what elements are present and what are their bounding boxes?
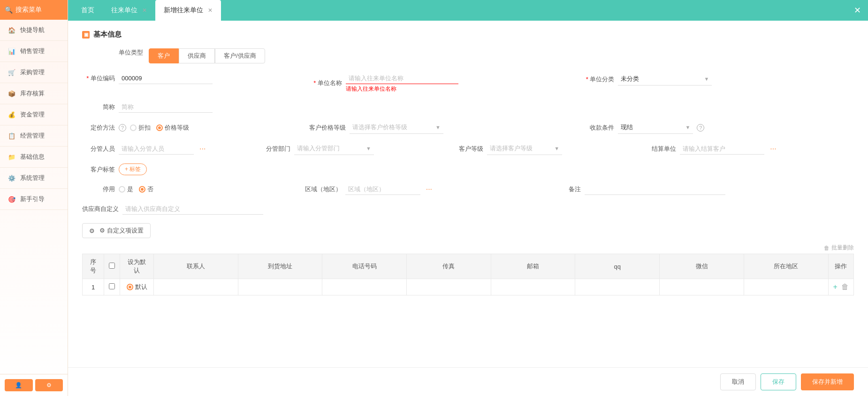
wechat-input[interactable] [664,284,739,291]
tab-new-counterpart[interactable]: 新增往来单位 ✕ [155,0,221,21]
region-more-btn[interactable]: ··· [424,185,434,194]
unit-type-label: 单位类型 [110,48,143,57]
cell-fax[interactable] [407,279,491,295]
location-input[interactable] [749,284,823,291]
batch-delete-area[interactable]: 🗑 批量删除 [82,244,854,252]
col-default: 设为默认 [120,254,154,279]
sidebar-item-newbie[interactable]: 🎯 新手引导 [0,189,68,210]
short-name-label: 简称 [82,103,115,111]
customer-level-select[interactable]: 请选择客户等级 ▼ [487,142,562,155]
tab-home[interactable]: 首页 [73,0,103,21]
radio-discount[interactable]: 折扣 [130,124,151,132]
manager-label: 分管人员 [82,145,115,153]
qq-input[interactable] [580,284,655,291]
search-menu[interactable]: 🔍 搜索菜单 [0,0,68,20]
tab-counterparts-close[interactable]: ✕ [142,7,147,14]
cell-wechat[interactable] [660,279,744,295]
supplier-custom-input[interactable] [122,203,263,215]
unit-cat-chevron: ▼ [704,76,709,82]
cell-email[interactable] [491,279,575,295]
cell-location[interactable] [744,279,828,295]
fax-input[interactable] [411,284,486,291]
custom-settings-button[interactable]: ⚙ ⚙ 自定义项设置 [82,223,151,238]
field-payment-terms: 收款条件 现结 ▼ ? [581,121,854,134]
region-input[interactable] [345,184,420,195]
tab-counterparts[interactable]: 往来单位 ✕ [103,0,155,21]
cancel-button[interactable]: 取消 [720,373,756,390]
phone-input[interactable] [327,284,402,291]
field-customer-level: 客户等级 请选择客户等级 ▼ [450,142,643,155]
unit-code-label: 单位编码 [82,74,115,83]
row-manager: 分管人员 ··· 分管部门 请输入分管部门 ▼ 客户等级 请选择客户等级 ▼ 结… [82,142,854,155]
system-icon: ⚙️ [7,173,16,183]
email-input[interactable] [496,284,571,291]
pricing-radio-group: 折扣 价格等级 [130,124,189,132]
tab-new-counterpart-close[interactable]: ✕ [208,7,213,14]
col-fax: 传真 [407,254,491,279]
row-code-name-cat: 单位编码 单位名称 请输入往来单位名称 单位分类 未分类 ▼ [82,73,854,93]
radio-price-level[interactable]: 价格等级 [156,124,189,132]
department-select[interactable]: 请输入分管部门 ▼ [294,142,374,155]
tag-add-button[interactable]: + 标签 [119,163,147,175]
unit-category-select[interactable]: 未分类 ▼ [618,73,712,85]
manager-more-btn[interactable]: ··· [198,145,207,153]
add-row-btn[interactable]: + [833,283,838,291]
action-cell: + 🗑 [833,283,849,291]
short-name-input[interactable] [119,101,213,113]
settlement-label: 结算单位 [643,145,676,153]
main-area: 首页 往来单位 ✕ 新增往来单位 ✕ ✕ ▣ 基本信息 单位类型 客户 供应商 … [68,0,868,396]
unit-type-supplier[interactable]: 供应商 [179,48,215,63]
save-button[interactable]: 保存 [761,373,796,390]
payment-terms-help-icon[interactable]: ? [697,124,704,132]
unit-type-customer[interactable]: 客户 [149,48,179,63]
col-action: 操作 [828,254,853,279]
cell-address[interactable] [238,279,322,295]
sidebar-item-sales[interactable]: 📊 销售管理 [0,41,68,62]
close-all-btn[interactable]: ✕ [854,5,861,16]
contact-input[interactable] [159,284,233,291]
address-input[interactable] [243,284,318,291]
disabled-radio-group: 是 否 [119,185,153,194]
notes-input[interactable] [585,184,725,195]
unit-code-input[interactable] [119,73,213,84]
payment-terms-select[interactable]: 现结 ▼ [618,121,693,134]
col-address: 到货地址 [238,254,322,279]
manager-input[interactable] [119,143,194,155]
search-icon: 🔍 [5,6,13,14]
delete-row-btn[interactable]: 🗑 [841,283,849,291]
field-tags: 客户标签 + 标签 [82,163,854,175]
unit-type-both[interactable]: 客户/供应商 [215,48,265,63]
sidebar-item-system[interactable]: ⚙️ 系统管理 [0,168,68,189]
sidebar-item-operations[interactable]: 📋 经营管理 [0,125,68,147]
field-customer-price: 客户价格等级 请选择客户价格等级 ▼ [309,121,582,134]
sidebar-user-btn[interactable]: 👤 [5,379,33,391]
sidebar-item-basic[interactable]: 📁 基础信息 [0,147,68,168]
save-new-button[interactable]: 保存并新增 [801,373,854,390]
col-qq: qq [575,254,660,279]
row-short-name: 简称 [82,101,854,113]
cell-contact[interactable] [153,279,238,295]
cell-phone[interactable] [322,279,407,295]
field-unit-category: 单位分类 未分类 ▼ [581,73,854,85]
sidebar-item-purchase[interactable]: 🛒 采购管理 [0,62,68,83]
row-checkbox[interactable] [109,283,115,289]
sidebar-settings-btn[interactable]: ⚙ [35,379,63,391]
sidebar-item-inventory[interactable]: 📦 库存核算 [0,83,68,104]
cell-qq[interactable] [575,279,660,295]
radio-disabled-no[interactable]: 否 [139,185,153,194]
settlement-input[interactable] [680,143,764,155]
sidebar-item-quick-nav[interactable]: 🏠 快捷导航 [0,20,68,41]
row-default-radio[interactable]: 默认 [125,283,149,291]
settlement-more-btn[interactable]: ··· [768,145,778,153]
radio-discount-circle [130,124,137,131]
section-header: ▣ 基本信息 [82,30,854,39]
field-unit-code: 单位编码 [82,73,309,84]
field-pricing-method: 定价方法 ? 折扣 价格等级 [82,124,309,132]
pricing-help-icon[interactable]: ? [119,124,126,132]
unit-name-input[interactable] [346,73,458,84]
radio-disabled-yes[interactable]: 是 [119,185,133,194]
select-all-checkbox[interactable] [109,263,115,269]
customer-price-select[interactable]: 请选择客户价格等级 ▼ [350,121,443,134]
sidebar-item-finance[interactable]: 💰 资金管理 [0,104,68,125]
col-contact: 联系人 [153,254,238,279]
